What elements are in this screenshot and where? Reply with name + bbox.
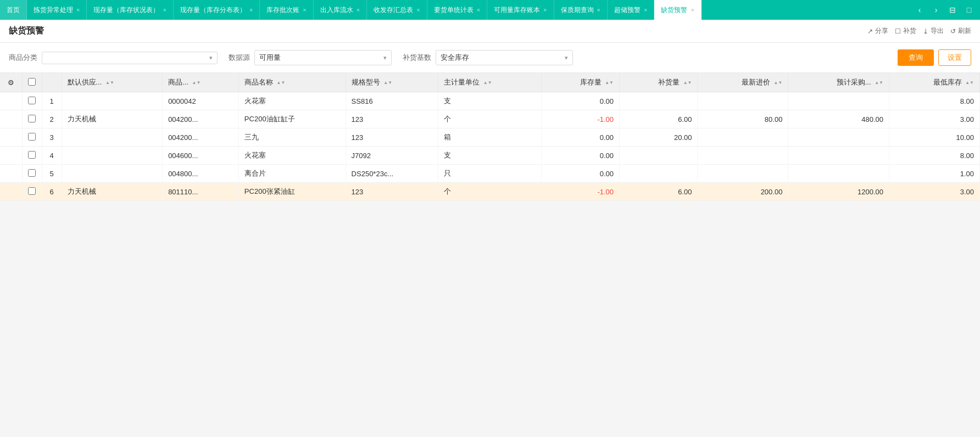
replenish-base-group: 补货基数 安全库存 ▾ <box>403 50 573 65</box>
commodity-class-select[interactable]: ▾ <box>42 52 218 64</box>
row-replenish <box>620 165 698 183</box>
row-seq: 5 <box>42 165 62 183</box>
nav-tab-stock1[interactable]: 现存量（库存状况表） × <box>87 0 173 20</box>
row-estimated-purchase <box>788 128 889 147</box>
top-nav: 首页 拣货异常处理 × 现存量（库存状况表） × 现存量（库存分布表） × 库存… <box>0 0 980 20</box>
row-checkbox-cell[interactable] <box>22 183 42 201</box>
row-latest-price: 80.00 <box>698 110 788 128</box>
nav-tab-shortage[interactable]: 缺货预警 × <box>654 0 701 20</box>
nav-tab-summary[interactable]: 收发存汇总表 × <box>367 0 427 20</box>
replenish-base-select[interactable]: 安全库存 ▾ <box>436 50 573 65</box>
query-button[interactable]: 查询 <box>898 49 934 66</box>
row-settings-cell <box>0 183 22 201</box>
row-replenish <box>620 147 698 165</box>
close-icon[interactable]: × <box>644 7 647 13</box>
row-estimated-purchase <box>788 147 889 165</box>
row-checkbox-cell[interactable] <box>22 110 42 128</box>
column-code[interactable]: 商品... ▲▼ <box>163 73 239 92</box>
close-icon[interactable]: × <box>249 7 253 13</box>
export-icon: ⤓ <box>923 27 928 35</box>
nav-tab-stock2[interactable]: 现存量（库存分布表） × <box>174 0 260 20</box>
row-name: PC200张紧油缸 <box>238 183 346 201</box>
close-icon[interactable]: × <box>597 7 600 13</box>
row-checkbox[interactable] <box>28 187 36 195</box>
export-button[interactable]: ⤓ 导出 <box>923 26 944 36</box>
nav-tab-expiry[interactable]: 保质期查询 × <box>554 0 608 20</box>
row-checkbox[interactable] <box>28 169 36 177</box>
close-icon[interactable]: × <box>543 7 547 13</box>
nav-maximize-button[interactable]: □ <box>961 2 977 18</box>
commodity-class-group: 商品分类 ▾ <box>9 52 218 64</box>
row-spec: SS816 <box>346 92 438 110</box>
close-icon[interactable]: × <box>691 7 694 13</box>
column-settings[interactable]: ⚙ <box>0 73 22 92</box>
row-code: 801110... <box>163 183 239 201</box>
nav-tab-available[interactable]: 可用量库存账本 × <box>487 0 554 20</box>
nav-prev-button[interactable]: ‹ <box>912 2 927 18</box>
row-min-stock: 10.00 <box>889 128 980 147</box>
row-checkbox[interactable] <box>28 97 36 104</box>
settings-button[interactable]: 设置 <box>938 49 971 66</box>
row-settings-cell <box>0 110 22 128</box>
column-latest-price[interactable]: 最新进价 ▲▼ <box>698 73 788 92</box>
row-settings-cell <box>0 92 22 110</box>
filter-bar: 商品分类 ▾ 数据源 可用量 ▾ 补货基数 安全库存 ▾ 查询 设置 <box>0 43 980 73</box>
close-icon[interactable]: × <box>76 7 80 13</box>
row-spec: J7092 <box>346 147 438 165</box>
nav-tab-order-stat[interactable]: 要货单统计表 × <box>427 0 487 20</box>
column-name[interactable]: 商品名称 ▲▼ <box>238 73 346 92</box>
column-min-stock[interactable]: 最低库存 ▲▼ <box>889 73 980 92</box>
row-checkbox[interactable] <box>28 115 36 122</box>
gear-icon[interactable]: ⚙ <box>8 79 14 87</box>
sort-icon: ▲▼ <box>965 81 974 85</box>
row-checkbox-cell[interactable] <box>22 147 42 165</box>
nav-tab-picking[interactable]: 拣货异常处理 × <box>27 0 87 20</box>
select-all-checkbox[interactable] <box>28 78 36 86</box>
row-seq: 2 <box>42 110 62 128</box>
share-button[interactable]: ↗ 分享 <box>867 26 888 36</box>
sort-icon: ▲▼ <box>875 81 883 85</box>
row-checkbox[interactable] <box>28 133 36 141</box>
table-row: 2 力天机械 004200... PC200油缸缸子 123 个 -1.00 6… <box>0 110 980 128</box>
column-estimated-purchase[interactable]: 预计采购... ▲▼ <box>788 73 889 92</box>
row-replenish: 6.00 <box>620 110 698 128</box>
row-replenish <box>620 92 698 110</box>
nav-restore-button[interactable]: ⊟ <box>945 2 960 18</box>
nav-tab-batch[interactable]: 库存批次账 × <box>260 0 313 20</box>
close-icon[interactable]: × <box>303 7 306 13</box>
refresh-button[interactable]: ↺ 刷新 <box>950 26 971 36</box>
replenish-base-value: 安全库存 <box>441 53 563 63</box>
column-unit[interactable]: 主计量单位 ▲▼ <box>438 73 541 92</box>
row-settings-cell <box>0 128 22 147</box>
close-icon[interactable]: × <box>477 7 480 13</box>
nav-tab-home[interactable]: 首页 <box>0 0 27 20</box>
row-unit: 支 <box>438 147 541 165</box>
close-icon[interactable]: × <box>357 7 360 13</box>
column-replenish[interactable]: 补货量 ▲▼ <box>620 73 698 92</box>
commodity-class-label: 商品分类 <box>9 53 37 63</box>
row-name: 离合片 <box>238 165 346 183</box>
row-code: 004200... <box>163 128 239 147</box>
row-checkbox-cell[interactable] <box>22 165 42 183</box>
close-icon[interactable]: × <box>163 7 166 13</box>
row-code: 004600... <box>163 147 239 165</box>
row-replenish: 20.00 <box>620 128 698 147</box>
row-spec: DS250*23c... <box>346 165 438 183</box>
page-header: 缺货预警 ↗ 分享 ☐ 补货 ⤓ 导出 ↺ 刷新 <box>0 20 980 43</box>
row-checkbox[interactable] <box>28 151 36 159</box>
row-checkbox-cell[interactable] <box>22 92 42 110</box>
row-checkbox-cell[interactable] <box>22 128 42 147</box>
column-spec[interactable]: 规格型号 ▲▼ <box>346 73 438 92</box>
column-stock[interactable]: 库存量 ▲▼ <box>541 73 619 92</box>
nav-tab-overstock[interactable]: 超储预警 × <box>608 0 654 20</box>
replenish-button[interactable]: ☐ 补货 <box>895 26 916 36</box>
nav-tab-flow[interactable]: 出入库流水 × <box>314 0 367 20</box>
row-supplier <box>62 147 163 165</box>
row-stock: -1.00 <box>541 183 619 201</box>
close-icon[interactable]: × <box>416 7 420 13</box>
column-supplier[interactable]: 默认供应... ▲▼ <box>62 73 163 92</box>
nav-next-button[interactable]: › <box>928 2 944 18</box>
row-spec: 123 <box>346 183 438 201</box>
data-source-select[interactable]: 可用量 ▾ <box>254 50 392 65</box>
column-checkbox <box>22 73 42 92</box>
